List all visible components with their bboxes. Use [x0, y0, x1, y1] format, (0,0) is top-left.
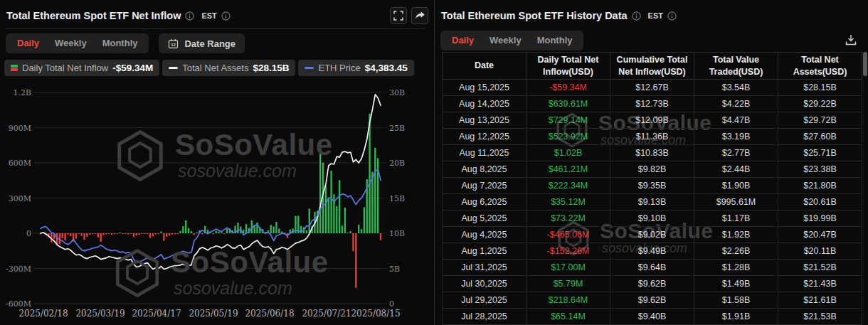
- date-cell: Aug 12,2025: [443, 129, 526, 145]
- right-axis-tick: 0: [389, 299, 394, 309]
- cumulative-inflow-cell: $9.82B: [610, 161, 694, 178]
- daily-inflow-cell: $729.14M: [526, 112, 610, 129]
- interval-tab-group: DailyWeeklyMonthly: [440, 31, 583, 50]
- cumulative-inflow-cell: $9.64B: [610, 260, 694, 276]
- info-icon[interactable]: [632, 11, 641, 21]
- table-row: Aug 6,2025$35.12M$9.13B$995.61M$20.61B: [443, 194, 862, 211]
- left-axis-tick: 900M: [9, 124, 31, 133]
- net-assets-cell: $21.61B: [778, 292, 862, 309]
- date-cell: Aug 15,2025: [443, 80, 526, 96]
- net-assets-cell: $29.72B: [778, 112, 862, 129]
- legend-label: Daily Total Net Inflow: [22, 63, 108, 73]
- share-button[interactable]: [411, 7, 428, 24]
- daily-inflow-cell: $65.14M: [526, 309, 610, 325]
- info-icon[interactable]: [221, 11, 231, 21]
- left-axis-tick: -300M: [6, 265, 31, 274]
- legend-chip-0[interactable]: Daily Total Net Inflow -$59.34M: [4, 60, 159, 76]
- tab-monthly[interactable]: Monthly: [95, 33, 146, 53]
- daily-inflow-cell: $1.02B: [526, 145, 610, 161]
- tab-weekly[interactable]: Weekly: [47, 33, 95, 53]
- interval-controls: DailyWeeklyMonthly: [440, 31, 583, 50]
- tab-daily[interactable]: Daily: [9, 33, 47, 53]
- info-icon[interactable]: [185, 11, 194, 21]
- cumulative-inflow-cell: $10.83B: [610, 145, 694, 161]
- download-icon: [845, 33, 857, 46]
- info-icon[interactable]: [667, 11, 677, 21]
- cumulative-inflow-cell: $9.40B: [610, 309, 694, 325]
- tab-weekly[interactable]: Weekly: [482, 31, 529, 50]
- daily-inflow-cell: -$465.06M: [526, 227, 610, 243]
- table-scrollbar-thumb[interactable]: [863, 52, 867, 76]
- net-assets-cell: $20.47B: [778, 227, 862, 243]
- date-cell: Aug 1,2025: [443, 243, 526, 260]
- history-panel-header: Total Ethereum Spot ETF History Data EST: [441, 6, 862, 26]
- inflow-bars: [40, 114, 381, 288]
- cumulative-inflow-cell: $9.02B: [610, 227, 694, 243]
- daily-inflow-cell: -$152.26M: [526, 243, 610, 260]
- table-row: Aug 15,2025-$59.34M$12.67B$3.54B$28.15B: [443, 80, 862, 96]
- value-traded-cell: $1.49B: [694, 276, 778, 292]
- net-assets-cell: $20.61B: [778, 194, 862, 211]
- fullscreen-icon: [393, 11, 403, 21]
- legend-value: $4,383.45: [365, 63, 408, 73]
- daily-inflow-cell: $35.12M: [526, 194, 610, 211]
- right-axis-tick: 5B: [389, 265, 400, 274]
- value-traded-cell: $2.77B: [694, 145, 778, 161]
- net-assets-cell: $23.38B: [778, 161, 862, 178]
- column-header: Daily Total Net Inflow(USD): [526, 53, 610, 80]
- table-row: Aug 12,2025$523.92M$11.36B$3.19B$27.60B: [443, 129, 862, 145]
- etf-dashboard: Total Ethereum Spot ETF Net Inflow EST: [0, 0, 868, 325]
- x-axis-tick: 2025/08/15: [351, 309, 400, 319]
- net-inflow-chart[interactable]: 1.2B30B900M25B600M20B300M15B010B-300M5B-…: [0, 80, 427, 325]
- daily-inflow-cell: $5.79M: [526, 276, 610, 292]
- net-inflow-chart-svg: 1.2B30B900M25B600M20B300M15B010B-300M5B-…: [0, 80, 427, 325]
- fullscreen-button[interactable]: [390, 7, 407, 24]
- value-traded-cell: $1.28B: [694, 260, 778, 276]
- cumulative-inflow-cell: $9.62B: [610, 292, 694, 309]
- net-assets-cell: $29.22B: [778, 96, 862, 112]
- net-inflow-panel-header: Total Ethereum Spot ETF Net Inflow EST: [6, 6, 428, 26]
- legend-chip-1[interactable]: Total Net Assets $28.15B: [162, 60, 295, 76]
- value-traded-cell: $3.19B: [694, 129, 778, 145]
- interval-controls: DailyWeeklyMonthly 12 Date Range: [6, 33, 245, 53]
- daily-inflow-cell: $73.22M: [526, 211, 610, 227]
- right-axis-tick: 20B: [389, 159, 405, 168]
- cumulative-inflow-cell: $9.62B: [610, 276, 694, 292]
- value-traded-cell: $1.90B: [694, 178, 778, 194]
- cumulative-inflow-cell: $9.10B: [610, 211, 694, 227]
- column-header: Total Value Traded(USD): [694, 53, 778, 80]
- legend-chip-2[interactable]: ETH Price $4,383.45: [298, 60, 413, 76]
- net-assets-cell: $21.43B: [778, 276, 862, 292]
- date-cell: Aug 8,2025: [443, 161, 526, 178]
- table-row: Aug 13,2025$729.14M$12.09B$4.47B$29.72B: [443, 112, 862, 129]
- value-traded-cell: $2.44B: [694, 161, 778, 178]
- x-axis-tick: 2025/02/18: [18, 309, 68, 319]
- left-axis-tick: 1.2B: [13, 88, 31, 97]
- calendar-icon: 12: [168, 38, 179, 49]
- value-traded-cell: $4.22B: [694, 96, 778, 112]
- net-assets-cell: $21.80B: [778, 178, 862, 194]
- date-range-button[interactable]: 12 Date Range: [159, 33, 245, 53]
- net-assets-cell: $20.11B: [778, 243, 862, 260]
- cumulative-inflow-cell: $12.09B: [610, 112, 694, 129]
- right-axis-tick: 15B: [389, 194, 405, 203]
- date-cell: Jul 30,2025: [443, 276, 526, 292]
- left-axis-tick: 0: [26, 229, 31, 238]
- legend-label: Total Net Assets: [182, 63, 248, 73]
- download-button[interactable]: [842, 31, 859, 48]
- timezone-label: EST: [201, 11, 216, 20]
- history-table: DateDaily Total Net Inflow(USD)Cumulativ…: [442, 52, 862, 325]
- date-cell: Jul 28,2025: [443, 309, 526, 325]
- value-traded-cell: $1.58B: [694, 292, 778, 309]
- table-header-row: DateDaily Total Net Inflow(USD)Cumulativ…: [443, 53, 862, 80]
- table-row: Aug 14,2025$639.61M$12.73B$4.22B$29.22B: [443, 96, 862, 112]
- left-axis-tick: 600M: [9, 159, 31, 168]
- price-legend-icon: [305, 67, 314, 69]
- tab-monthly[interactable]: Monthly: [529, 31, 581, 50]
- tab-daily[interactable]: Daily: [444, 31, 482, 50]
- table-row: Aug 5,2025$73.22M$9.10B$1.17B$19.99B: [443, 211, 862, 227]
- right-axis-tick: 25B: [389, 124, 405, 133]
- legend-value: -$59.34M: [112, 63, 153, 73]
- daily-inflow-cell: $17.00M: [526, 260, 610, 276]
- right-axis-tick: 30B: [389, 88, 405, 97]
